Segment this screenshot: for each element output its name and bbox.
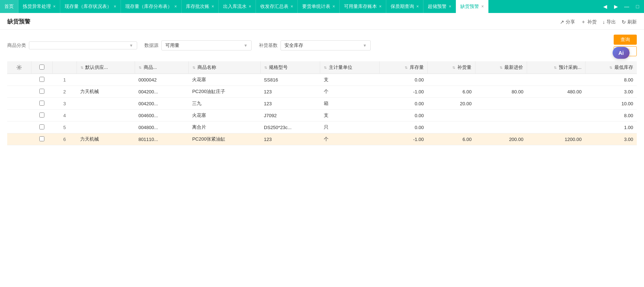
tab-home[interactable]: 首页 (0, 0, 18, 13)
tab-available-ledger-label: 可用量库存账本 (344, 3, 377, 10)
col-supplier-label: 默认供应... (85, 65, 108, 70)
row-checkbox[interactable] (39, 112, 44, 118)
tab-overstock-warning[interactable]: 超储预警 × (423, 0, 456, 13)
category-select[interactable]: ▼ (29, 41, 137, 49)
row-latest-price (475, 98, 527, 110)
refresh-icon: ↻ (622, 19, 626, 25)
nav-next-button[interactable]: ▶ (611, 1, 621, 12)
tab-inventory-status-close[interactable]: × (114, 4, 116, 9)
row-latest-price: 80.00 (475, 86, 527, 98)
refresh-button[interactable]: ↻ 刷新 (622, 19, 637, 25)
col-header-supplier[interactable]: ⇅ 默认供应... (77, 61, 135, 74)
datasource-filter-group: 数据源 可用量 ▼ (144, 40, 252, 50)
nav-minimize-button[interactable]: — (622, 1, 632, 12)
forecast-sort-icon: ⇅ (554, 66, 557, 70)
supplier-sort-icon: ⇅ (80, 66, 83, 70)
tab-summary[interactable]: 收发存汇总表 × (256, 0, 298, 13)
row-replenish: 20.00 (427, 98, 475, 110)
row-checkbox[interactable] (39, 89, 44, 94)
tab-summary-close[interactable]: × (291, 4, 293, 9)
filter-bar: 商品分类 ▼ 数据源 可用量 ▼ 补货基数 安全库存 ▼ 查询 设置 (0, 30, 644, 61)
tab-expiry-query[interactable]: 保质期查询 × (386, 0, 423, 13)
nav-maximize-button[interactable]: □ (632, 1, 643, 12)
tab-order-stats[interactable]: 要货单统计表 × (298, 0, 340, 13)
tab-order-stats-close[interactable]: × (332, 4, 335, 9)
col-header-forecast[interactable]: ⇅ 预计采购... (527, 61, 585, 74)
tab-overstock-warning-close[interactable]: × (449, 4, 451, 9)
tab-expiry-query-close[interactable]: × (416, 4, 419, 9)
table-header-row: ⇅ 默认供应... ⇅ 商品... ⇅ 商品名称 ⇅ 规格型号 (7, 61, 637, 74)
col-header-code[interactable]: ⇅ 商品... (135, 61, 188, 74)
row-num: 4 (53, 110, 77, 122)
col-header-spec[interactable]: ⇅ 规格型号 (260, 61, 320, 74)
share-icon: ↗ (560, 19, 564, 25)
col-header-stock[interactable]: ⇅ 库存量 (380, 61, 427, 74)
tab-inout-flow[interactable]: 出入库流水 × (219, 0, 256, 13)
col-code-label: 商品... (144, 65, 157, 70)
col-header-replenish[interactable]: ⇅ 补货量 (427, 61, 475, 74)
category-filter-group: 商品分类 ▼ (7, 41, 137, 49)
tab-pick-exception-close[interactable]: × (53, 4, 56, 9)
row-spec: 123 (260, 98, 320, 110)
row-check-cell[interactable] (31, 98, 53, 110)
row-supplier (77, 74, 135, 86)
row-checkbox[interactable] (39, 77, 44, 82)
row-settings-cell (7, 74, 31, 86)
tab-inventory-dist-close[interactable]: × (174, 4, 177, 9)
tab-inventory-dist[interactable]: 现存量（库存分布表） × (121, 0, 182, 13)
row-num: 3 (53, 98, 77, 110)
row-check-cell[interactable] (31, 133, 53, 145)
col-header-name[interactable]: ⇅ 商品名称 (188, 61, 260, 74)
tab-shortage-warning-close[interactable]: × (481, 4, 484, 9)
row-spec: SS816 (260, 74, 320, 86)
row-stock: -1.00 (380, 133, 427, 145)
query-button[interactable]: 查询 (614, 35, 637, 45)
tab-available-ledger[interactable]: 可用量库存账本 × (340, 0, 386, 13)
col-header-check[interactable] (31, 61, 53, 74)
tab-inout-flow-close[interactable]: × (249, 4, 251, 9)
col-header-settings[interactable] (7, 61, 31, 74)
table-row: 5 004800... 离合片 DS250*23c... 只 0.00 1.00 (7, 122, 637, 133)
tab-batch-account[interactable]: 库存批次账 × (182, 0, 219, 13)
row-replenish (427, 110, 475, 122)
row-check-cell[interactable] (31, 74, 53, 86)
export-icon: ↓ (602, 19, 605, 25)
nav-prev-button[interactable]: ◀ (600, 1, 610, 12)
row-code: 801110... (135, 133, 188, 145)
tab-pick-exception-label: 拣货异常处理 (23, 3, 51, 10)
row-supplier (77, 110, 135, 122)
datasource-select-value: 可用量 (165, 42, 241, 49)
col-header-minstock[interactable]: ⇅ 最低库存 (585, 61, 637, 74)
tab-batch-account-close[interactable]: × (212, 4, 214, 9)
row-min-stock: 1.00 (585, 122, 637, 133)
tab-inventory-status[interactable]: 现存量（库存状况表） × (60, 0, 121, 13)
main-content: 缺货预警 ↗ 分享 ＋ 补货 ↓ 导出 ↻ 刷新 商品分类 (0, 13, 644, 287)
row-unit: 个 (320, 133, 380, 145)
row-checkbox[interactable] (39, 136, 44, 141)
replenish-select[interactable]: 安全库存 ▼ (280, 40, 371, 50)
row-code: 004800... (135, 122, 188, 133)
row-min-stock: 3.00 (585, 86, 637, 98)
tab-pick-exception[interactable]: 拣货异常处理 × (18, 0, 60, 13)
row-min-stock: 3.00 (585, 133, 637, 145)
tab-shortage-warning[interactable]: 缺货预警 × (456, 0, 488, 13)
col-header-price[interactable]: ⇅ 最新进价 (475, 61, 527, 74)
row-check-cell[interactable] (31, 86, 53, 98)
row-checkbox[interactable] (39, 124, 44, 129)
datasource-select[interactable]: 可用量 ▼ (161, 40, 252, 50)
row-checkbox[interactable] (39, 101, 44, 106)
replenish-button[interactable]: ＋ 补货 (581, 19, 597, 25)
tab-available-ledger-close[interactable]: × (379, 4, 382, 9)
row-check-cell[interactable] (31, 122, 53, 133)
ai-assistant-badge[interactable]: Ai (613, 47, 630, 59)
row-unit: 个 (320, 86, 380, 98)
col-header-unit[interactable]: ⇅ 主计量单位 (320, 61, 380, 74)
row-latest-price (475, 110, 527, 122)
share-button[interactable]: ↗ 分享 (560, 19, 575, 25)
row-check-cell[interactable] (31, 110, 53, 122)
row-forecast-purchase (527, 98, 585, 110)
select-all-checkbox[interactable] (39, 65, 44, 70)
row-spec: DS250*23c... (260, 122, 320, 133)
export-button[interactable]: ↓ 导出 (602, 19, 616, 25)
replenish-select-arrow-icon: ▼ (363, 43, 367, 48)
